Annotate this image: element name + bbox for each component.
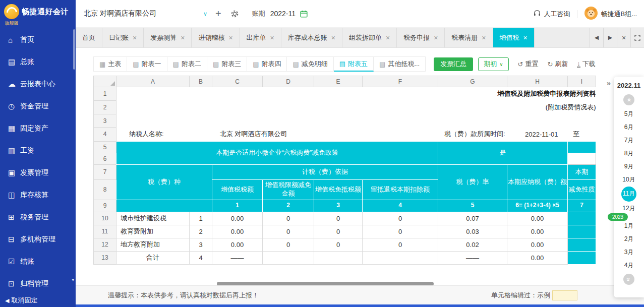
data-cell[interactable]: 0.02	[438, 238, 507, 251]
data-cell[interactable]: 0.07	[438, 212, 507, 225]
data-cell[interactable]: 0	[263, 212, 314, 225]
cell[interactable]	[568, 251, 596, 264]
line-no-cell[interactable]: 3	[190, 238, 212, 251]
data-cell[interactable]: 0	[263, 238, 314, 251]
month-item-october[interactable]: 10月	[614, 173, 644, 186]
data-cell[interactable]: 0.00	[212, 225, 263, 238]
scroll-up-button[interactable]: »	[623, 94, 634, 105]
data-cell[interactable]: 0	[314, 225, 363, 238]
data-cell[interactable]: 0	[363, 238, 438, 251]
row-header[interactable]: 9	[94, 200, 116, 212]
sidebar-item-closing[interactable]: ☑结账	[0, 251, 76, 273]
add-button[interactable]: +	[215, 8, 221, 20]
sidebar-item-funds[interactable]: ◷资金管理	[0, 95, 76, 117]
tabs-next-button[interactable]: ▶	[603, 28, 617, 47]
line-no-cell[interactable]: 1	[190, 212, 212, 225]
taxpayer-row[interactable]: 纳税人名称: 北京 对啊酒店有限公司 税（费）款所属时间: 2022-11-01…	[116, 128, 596, 142]
index-cell[interactable]: 7	[568, 200, 596, 212]
panel-collapse-icon[interactable]: »	[607, 79, 611, 87]
month-item-march[interactable]: 3月	[614, 245, 644, 259]
basis-group-header-cell[interactable]: 计税（费）依据	[212, 164, 438, 179]
tab-assembly[interactable]: 组装拆卸单×	[342, 28, 397, 47]
scroll-down-button[interactable]: »	[623, 274, 634, 285]
current-period-header-cell[interactable]: 本期	[568, 164, 596, 179]
sidebar-item-home[interactable]: ⌂首页	[0, 29, 76, 51]
index-cell[interactable]	[116, 200, 212, 212]
tab-invoice-calc[interactable]: 发票测算×	[144, 28, 192, 47]
tabs-expand-button[interactable]	[630, 28, 644, 47]
data-cell[interactable]: 0.00	[507, 251, 568, 264]
data-cell[interactable]: 0	[363, 225, 438, 238]
settings-gear-icon[interactable]	[230, 10, 239, 18]
column-header-b[interactable]: B	[190, 76, 212, 87]
data-cell[interactable]: ——	[438, 251, 507, 264]
tab-close-icon[interactable]: ×	[228, 34, 232, 41]
empty-cell[interactable]	[116, 114, 596, 128]
tabs-prev-button[interactable]: ◀	[590, 28, 603, 47]
policy-question-cell[interactable]: 本期是否适用小微企业“六税两费”减免政策	[116, 141, 438, 164]
cell[interactable]	[568, 153, 596, 164]
tabs-close-button[interactable]: ×	[617, 28, 630, 47]
month-item-may[interactable]: 5月	[614, 107, 644, 120]
cell[interactable]	[568, 225, 596, 238]
month-item-april[interactable]: 4月	[614, 259, 644, 272]
tab-close-icon[interactable]: ×	[270, 34, 274, 41]
calendar-icon[interactable]	[300, 10, 308, 18]
row-header[interactable]: 10	[94, 212, 116, 225]
tax-name-cell[interactable]: 城市维护建设税	[116, 212, 190, 225]
data-cell[interactable]: 0.00	[507, 212, 568, 225]
data-cell[interactable]: 0	[363, 212, 438, 225]
tab-journal[interactable]: 日记账×	[102, 28, 144, 47]
index-cell[interactable]: 4	[363, 200, 438, 212]
corner-cell[interactable]	[94, 76, 116, 87]
tab-home[interactable]: 首页	[76, 28, 102, 47]
cell[interactable]	[568, 141, 596, 153]
payable-header-cell[interactable]: 本期应纳税（费）额	[507, 164, 568, 200]
rate-header-cell[interactable]: 税（费）率	[438, 164, 507, 200]
sidebar-item-salary[interactable]: ▥工资	[0, 140, 76, 162]
month-item-november-active[interactable]: 11月	[614, 186, 644, 202]
column-header-g[interactable]: G	[438, 76, 507, 87]
consult-button[interactable]: 人工咨询	[533, 9, 570, 19]
tax-name-cell[interactable]: 教育费附加	[116, 225, 190, 238]
index-cell[interactable]: 6= (1+2+3-4) ×5	[507, 200, 568, 212]
sidebar-item-fixed-assets[interactable]: ▦固定资产	[0, 117, 76, 140]
column-header-h[interactable]: H	[507, 76, 568, 87]
line-no-cell[interactable]: 2	[190, 225, 212, 238]
row-header[interactable]: 6	[94, 153, 116, 164]
subtab-appendix-3[interactable]: ▤附表三	[207, 56, 247, 72]
reset-button[interactable]: ↺重置	[518, 59, 539, 69]
company-selector[interactable]: 北京 对啊酒店有限公司 ∨	[84, 9, 207, 18]
download-button[interactable]: ↓下载	[577, 59, 596, 69]
subtab-appendix-1[interactable]: ▤附表一	[127, 56, 167, 72]
policy-answer-cell[interactable]: 是	[438, 141, 568, 164]
row-header[interactable]: 12	[94, 238, 116, 251]
row-header[interactable]: 4	[94, 128, 116, 142]
month-item-september[interactable]: 9月	[614, 160, 644, 173]
sidebar-item-general-ledger[interactable]: ▤总账	[0, 51, 76, 73]
tab-close-icon[interactable]: ×	[434, 34, 438, 41]
column-header-i[interactable]: I	[568, 76, 596, 87]
line-no-cell[interactable]: 4	[190, 251, 212, 264]
cell[interactable]	[568, 238, 596, 251]
total-label-cell[interactable]: 合计	[116, 251, 190, 264]
data-cell[interactable]: 0	[263, 225, 314, 238]
data-cell[interactable]: 0.00	[507, 238, 568, 251]
column-header-d[interactable]: D	[263, 76, 314, 87]
row-header[interactable]: 5	[94, 141, 116, 153]
row-header[interactable]: 3	[94, 114, 116, 128]
column-header-a[interactable]: A	[116, 76, 190, 87]
subtab-appendix-2[interactable]: ▤附表二	[167, 56, 207, 72]
subtab-exemption-detail[interactable]: ▤减免明细	[287, 56, 333, 72]
column-header-c[interactable]: C	[212, 76, 263, 87]
cell[interactable]	[568, 212, 596, 225]
subtab-main-sheet[interactable]: ▦主表	[93, 56, 127, 72]
column-header-e[interactable]: E	[314, 76, 363, 87]
sidebar-item-tax[interactable]: ⊞税务管理	[0, 206, 76, 228]
row-header[interactable]: 13	[94, 251, 116, 264]
sidebar-item-inventory[interactable]: ◫库存核算	[0, 184, 76, 206]
sidebar-item-invoice[interactable]: ▣发票管理	[0, 162, 76, 184]
tab-close-icon[interactable]: ×	[386, 34, 390, 41]
row-header[interactable]: 1	[94, 87, 116, 101]
row-header[interactable]: 7	[94, 164, 116, 179]
